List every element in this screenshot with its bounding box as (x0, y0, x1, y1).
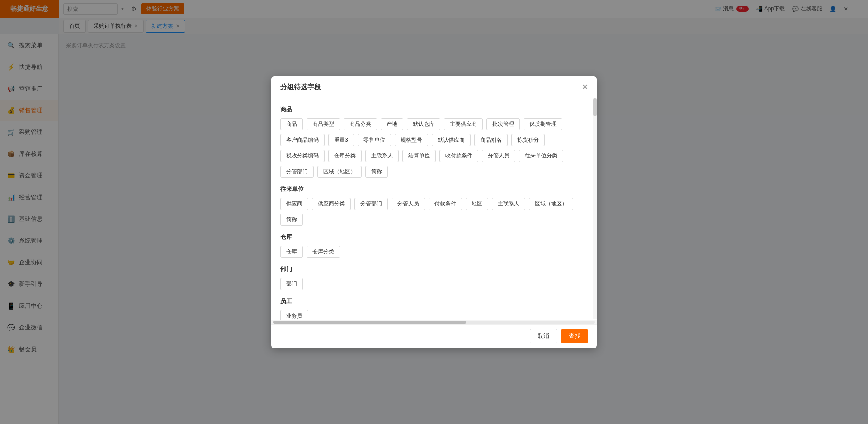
field-tag-0-13[interactable]: 商品别名 (474, 134, 508, 146)
field-tag-0-5[interactable]: 主要供应商 (444, 118, 483, 130)
field-section-2: 仓库仓库仓库分类 (280, 233, 588, 258)
field-tag-0-17[interactable]: 主联系人 (365, 150, 399, 162)
field-section-0: 商品商品商品类型商品分类产地默认仓库主要供应商批次管理保质期管理客户商品编码重量… (280, 105, 588, 178)
field-tag-1-2[interactable]: 分管部门 (354, 198, 388, 210)
field-tag-0-23[interactable]: 区域（地区） (317, 166, 362, 178)
field-tag-0-1[interactable]: 商品类型 (307, 118, 340, 130)
field-tag-0-22[interactable]: 分管部门 (280, 166, 314, 178)
field-tag-0-8[interactable]: 客户商品编码 (280, 134, 325, 146)
field-section-1: 往来单位供应商供应商分类分管部门分管人员付款条件地区主联系人区域（地区）简称 (280, 185, 588, 226)
field-tag-0-9[interactable]: 重量3 (328, 134, 354, 146)
modal-overlay: 分组待选字段 ✕ 商品商品商品类型商品分类产地默认仓库主要供应商批次管理保质期管… (0, 0, 868, 424)
right-scroll-track (593, 98, 597, 319)
field-section-3: 部门部门 (280, 265, 588, 290)
field-tags-1: 供应商供应商分类分管部门分管人员付款条件地区主联系人区域（地区）简称 (280, 198, 588, 226)
field-tags-2: 仓库仓库分类 (280, 246, 588, 258)
confirm-button[interactable]: 查找 (561, 329, 588, 343)
field-tag-0-10[interactable]: 零售单位 (358, 134, 391, 146)
field-tags-3: 部门 (280, 278, 588, 290)
section-title-2: 仓库 (280, 233, 588, 241)
field-tag-2-0[interactable]: 仓库 (280, 246, 303, 258)
section-title-1: 往来单位 (280, 185, 588, 193)
scrollbar-thumb (273, 321, 466, 324)
field-tag-0-3[interactable]: 产地 (381, 118, 403, 130)
modal-footer: 取消 查找 (271, 324, 597, 348)
field-tag-3-0[interactable]: 部门 (280, 278, 303, 290)
field-tag-0-24[interactable]: 简称 (365, 166, 388, 178)
field-tag-0-15[interactable]: 税收分类编码 (280, 150, 325, 162)
right-scroll-thumb (593, 98, 597, 116)
section-title-0: 商品 (280, 105, 588, 114)
section-title-3: 部门 (280, 265, 588, 273)
field-tag-2-1[interactable]: 仓库分类 (307, 246, 340, 258)
field-section-4: 员工业务员 (280, 297, 588, 320)
section-title-4: 员工 (280, 297, 588, 305)
field-tag-1-7[interactable]: 区域（地区） (529, 198, 573, 210)
modal-scrollbar[interactable] (271, 320, 597, 324)
field-tag-1-4[interactable]: 付款条件 (429, 198, 462, 210)
field-tag-1-3[interactable]: 分管人员 (392, 198, 425, 210)
field-tag-0-11[interactable]: 规格型号 (395, 134, 428, 146)
modal-body: 商品商品商品类型商品分类产地默认仓库主要供应商批次管理保质期管理客户商品编码重量… (271, 98, 597, 320)
field-tags-4: 业务员 (280, 310, 588, 320)
cancel-button[interactable]: 取消 (530, 329, 557, 343)
modal-close-button[interactable]: ✕ (582, 83, 588, 91)
field-tag-0-19[interactable]: 收付款条件 (439, 150, 478, 162)
field-tag-0-7[interactable]: 保质期管理 (524, 118, 562, 130)
field-tag-0-20[interactable]: 分管人员 (482, 150, 515, 162)
field-tag-1-5[interactable]: 地区 (466, 198, 488, 210)
field-tag-0-12[interactable]: 默认供应商 (432, 134, 471, 146)
field-tag-0-6[interactable]: 批次管理 (486, 118, 520, 130)
modal: 分组待选字段 ✕ 商品商品商品类型商品分类产地默认仓库主要供应商批次管理保质期管… (271, 76, 597, 348)
field-tags-0: 商品商品类型商品分类产地默认仓库主要供应商批次管理保质期管理客户商品编码重量3零… (280, 118, 588, 178)
modal-right-scrollbar[interactable] (593, 98, 597, 319)
modal-header: 分组待选字段 ✕ (271, 76, 597, 98)
field-tag-1-6[interactable]: 主联系人 (492, 198, 525, 210)
field-tag-4-0[interactable]: 业务员 (280, 310, 308, 320)
field-tag-0-16[interactable]: 仓库分类 (328, 150, 362, 162)
scrollbar-track (273, 321, 595, 324)
field-tag-0-2[interactable]: 商品分类 (344, 118, 377, 130)
field-tag-0-14[interactable]: 拣货积分 (511, 134, 545, 146)
field-tag-1-1[interactable]: 供应商分类 (312, 198, 351, 210)
field-tag-0-18[interactable]: 结算单位 (402, 150, 436, 162)
modal-title: 分组待选字段 (280, 83, 321, 91)
field-tag-1-8[interactable]: 简称 (280, 214, 303, 226)
field-tag-0-0[interactable]: 商品 (280, 118, 303, 130)
field-tag-0-21[interactable]: 往来单位分类 (519, 150, 563, 162)
field-tag-1-0[interactable]: 供应商 (280, 198, 308, 210)
field-tag-0-4[interactable]: 默认仓库 (407, 118, 440, 130)
